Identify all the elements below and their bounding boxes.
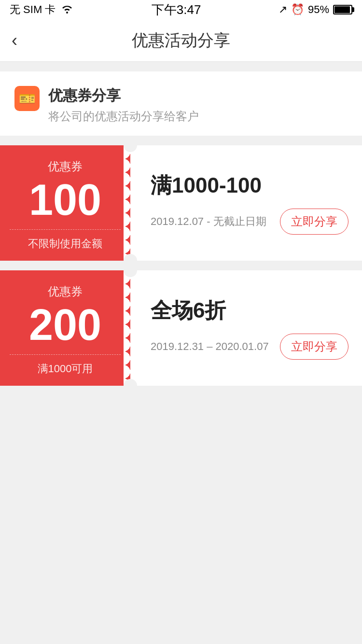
coupon-divider-2 [10,354,121,355]
coupon-name-2: 全场6折 [151,296,348,325]
coupon-right-1: 满1000-100 2019.12.07 - 无截止日期 立即分享 [130,145,362,261]
battery-icon [333,5,352,14]
coupon-divider-1 [10,229,121,230]
status-time: 下午3:47 [152,1,201,18]
wifi-icon [60,3,74,16]
status-bar: 无 SIM 卡 下午3:47 ↗ ⏰ 95% [0,0,362,19]
coupon-amount-1: 100 [29,178,101,222]
coupon-icon: 🎫 [19,91,36,107]
carrier-text: 无 SIM 卡 [10,2,56,17]
bottom-space [0,395,362,644]
coupon-amount-2: 200 [29,303,101,347]
coupon-label-2: 优惠券 [48,284,83,299]
coupon-card-2: 优惠券 200 满1000可用 全场6折 2019.12.31 – 2020.0… [0,270,362,386]
section-title: 优惠券分享 [48,86,199,106]
coupon-right-2: 全场6折 2019.12.31 – 2020.01.07 立即分享 [130,270,362,386]
coupon-date-2: 2019.12.31 – 2020.01.07 [151,340,275,353]
coupon-meta-1: 2019.12.07 - 无截止日期 立即分享 [151,209,348,235]
section-subtitle: 将公司的优惠活动分享给客户 [48,109,199,124]
section-icon: 🎫 [14,86,40,111]
coupon-condition-1: 不限制使用金额 [28,237,102,251]
coupon-label-1: 优惠券 [48,159,83,174]
coupon-date-1: 2019.12.07 - 无截止日期 [151,214,275,229]
back-button[interactable]: ‹ [12,32,17,49]
coupon-left-2: 优惠券 200 满1000可用 [0,270,130,386]
nav-title: 优惠活动分享 [132,29,230,52]
alarm-icon: ⏰ [291,3,304,16]
section-header: 🎫 优惠券分享 将公司的优惠活动分享给客户 [0,71,362,136]
nav-bar: ‹ 优惠活动分享 [0,19,362,62]
section-text-block: 优惠券分享 将公司的优惠活动分享给客户 [48,86,199,124]
status-right: ↗ ⏰ 95% [278,3,352,16]
location-icon: ↗ [278,3,287,16]
coupon-meta-2: 2019.12.31 – 2020.01.07 立即分享 [151,334,348,360]
coupon-name-1: 满1000-100 [151,171,348,200]
coupon-card-1: 优惠券 100 不限制使用金额 满1000-100 2019.12.07 - 无… [0,145,362,261]
coupon-list: 优惠券 100 不限制使用金额 满1000-100 2019.12.07 - 无… [0,145,362,395]
coupon-left-1: 优惠券 100 不限制使用金额 [0,145,130,261]
status-left: 无 SIM 卡 [10,2,74,17]
share-button-1[interactable]: 立即分享 [280,209,348,235]
coupon-condition-2: 满1000可用 [38,362,93,376]
battery-percent: 95% [308,3,329,16]
share-button-2[interactable]: 立即分享 [280,334,348,360]
